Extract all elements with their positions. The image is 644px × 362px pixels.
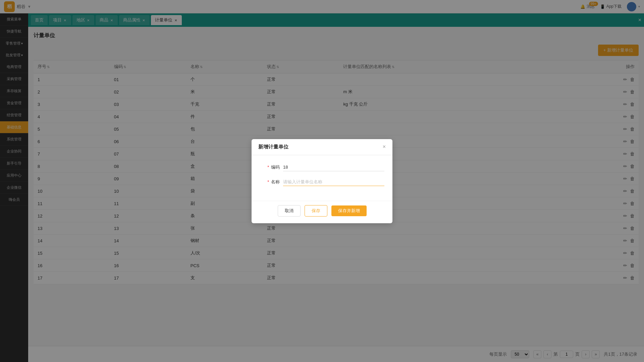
save-button[interactable]: 保存 <box>305 205 327 217</box>
code-input[interactable] <box>283 163 384 171</box>
code-label: * 编码 <box>260 164 280 170</box>
name-label: * 名称 <box>260 179 280 185</box>
form-row-code: * 编码 <box>260 163 384 171</box>
name-input[interactable] <box>283 178 384 186</box>
name-required-mark: * <box>267 179 269 184</box>
modal-title: 新增计量单位 <box>258 144 288 150</box>
cancel-button[interactable]: 取消 <box>278 205 301 217</box>
form-row-name: * 名称 <box>260 178 384 186</box>
modal-header: 新增计量单位 × <box>252 139 392 155</box>
add-measure-unit-modal: 新增计量单位 × * 编码 * 名称 取消 保存 保存并新增 <box>252 139 392 223</box>
modal-footer: 取消 保存 保存并新增 <box>252 201 392 223</box>
code-required-mark: * <box>267 165 269 170</box>
save-and-new-button[interactable]: 保存并新增 <box>331 205 367 216</box>
modal-close-btn[interactable]: × <box>383 144 386 150</box>
modal-overlay: 新增计量单位 × * 编码 * 名称 取消 保存 保存并新增 <box>0 0 644 362</box>
modal-body: * 编码 * 名称 <box>252 155 392 198</box>
